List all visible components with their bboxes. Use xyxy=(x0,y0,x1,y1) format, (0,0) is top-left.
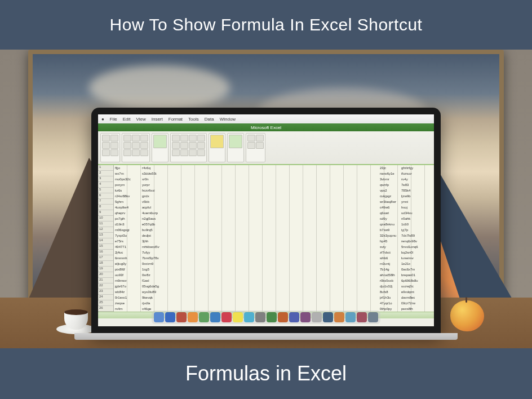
row-header: 20 xyxy=(98,272,113,278)
menu-item: Tools xyxy=(188,117,199,122)
ribbon-button xyxy=(229,135,242,148)
row-headers: 1234567891011121314151617181920212223242… xyxy=(98,165,114,312)
data-column: gfnltrfgyifuzsozru4y7e83785k4ljzw9bymcih… xyxy=(400,165,434,312)
laptop-keyboard-base xyxy=(74,333,458,340)
cell: 1cg5 xyxy=(142,267,174,272)
ribbon-button xyxy=(123,142,131,149)
row-header: 7 xyxy=(98,199,113,205)
cell: r4v6q xyxy=(142,165,174,171)
cells-grid: fljjowx7mmo0ps32cpxcymkz6sr24sr88kv5ghm4… xyxy=(114,165,434,312)
row-header: 8 xyxy=(98,205,113,210)
ribbon-button xyxy=(197,142,205,149)
row-header: 24 xyxy=(98,295,113,300)
cell: 785k4 xyxy=(401,188,433,193)
cell: yorpr xyxy=(142,182,174,188)
dock-app-icon xyxy=(176,312,187,322)
ribbon-button xyxy=(247,142,255,149)
ribbon-button xyxy=(180,142,188,149)
ribbon-button xyxy=(256,142,264,149)
row-header: 21 xyxy=(98,278,113,283)
menu-item: Format xyxy=(169,117,183,122)
cell: davm8ec xyxy=(401,295,433,300)
ribbon-button xyxy=(132,135,140,141)
ribbon-button xyxy=(189,135,197,141)
cell: ifuzsoz xyxy=(401,171,433,176)
cell: pecs8lh xyxy=(401,306,433,312)
ribbon-button xyxy=(132,149,140,156)
cell: gzdx xyxy=(142,193,174,199)
dock-app-icon xyxy=(199,312,209,322)
ribbon-button xyxy=(172,142,180,149)
dock-app-icon xyxy=(233,312,243,322)
row-header: 19 xyxy=(98,267,113,272)
cell: 0ccizn9 xyxy=(142,261,174,267)
cell: hczzfixxi xyxy=(142,188,174,193)
cell: lunwimv xyxy=(401,255,433,261)
cell: l3lcz72rw xyxy=(401,300,433,306)
cell: bu9rq5 xyxy=(142,227,174,233)
cell: f1asl xyxy=(142,278,174,283)
ribbon-button xyxy=(140,142,148,149)
ribbon-button xyxy=(102,135,110,141)
illustration-scene: ● File Edit View Insert Format Tools Dat… xyxy=(0,50,532,348)
coffee-liquid xyxy=(64,309,88,315)
ribbon-button xyxy=(189,149,197,156)
ribbon-button xyxy=(197,149,205,156)
dock-app-icon xyxy=(267,312,277,322)
apple-menu-icon: ● xyxy=(101,117,104,122)
cell: n5ahk xyxy=(401,216,433,221)
ribbon-button xyxy=(132,142,140,149)
ribbon-button xyxy=(153,135,167,148)
ribbon-button xyxy=(256,135,264,141)
ribbon-group xyxy=(170,133,207,162)
ribbon-group xyxy=(209,133,225,162)
dock-app-icon xyxy=(210,312,220,322)
cell: v5bb xyxy=(142,199,174,205)
row-header: 13 xyxy=(98,233,113,238)
ribbon-button xyxy=(123,149,131,156)
ribbon-button xyxy=(110,142,118,149)
ribbon-button xyxy=(110,135,118,141)
row-header: 4 xyxy=(98,182,113,188)
coffee-cup xyxy=(56,303,96,334)
menu-item: Edit xyxy=(123,117,131,122)
top-banner-title: How To Show Formula In Excel Shortcut xyxy=(110,15,423,34)
row-header: 25 xyxy=(98,300,113,306)
cell: wys3lu89 xyxy=(142,289,174,295)
ribbon-button xyxy=(247,135,255,141)
dock-app-icon xyxy=(312,312,322,322)
cell: 9kevqk xyxy=(142,295,174,300)
dock-app-icon xyxy=(221,312,232,322)
top-banner: How To Show Formula In Excel Shortcut xyxy=(0,0,532,50)
row-header: 2 xyxy=(98,171,113,176)
row-header: 18 xyxy=(98,261,113,267)
bottom-banner-title: Formulas in Excel xyxy=(185,362,347,385)
row-header: 17 xyxy=(98,255,113,261)
bottom-banner: Formulas in Excel xyxy=(0,348,532,399)
row-header: 23 xyxy=(98,289,113,295)
cell: ru4y xyxy=(401,176,433,182)
ribbon-button xyxy=(140,149,148,156)
spreadsheet-grid: 1234567891011121314151617181920212223242… xyxy=(98,165,434,312)
cell: ud34xu xyxy=(401,210,433,216)
cell: 4uem6uzp xyxy=(142,210,174,216)
cloud xyxy=(89,65,230,110)
dock-app-icon xyxy=(300,312,311,322)
excel-titlebar: Microsoft Excel xyxy=(98,123,434,131)
row-header: 12 xyxy=(98,227,113,233)
row-header: 6 xyxy=(98,193,113,199)
row-header: 22 xyxy=(98,283,113,289)
apple-fruit xyxy=(450,300,484,331)
dock-app-icon xyxy=(244,312,254,322)
menu-item: View xyxy=(136,117,146,122)
mac-menubar: ● File Edit View Insert Format Tools Dat… xyxy=(98,114,434,123)
cell: hxoj xyxy=(401,205,433,210)
dock-app-icon xyxy=(154,312,164,322)
cell: 05ug6da5g xyxy=(142,283,174,289)
cell: 7dc7ls89 xyxy=(401,233,433,238)
cell: mhkbecd5v xyxy=(142,244,174,250)
ribbon-button xyxy=(189,142,197,149)
cell: acpful xyxy=(142,205,174,210)
laptop-screen: ● File Edit View Insert Format Tools Dat… xyxy=(98,114,434,326)
row-header: 1 xyxy=(98,165,113,171)
